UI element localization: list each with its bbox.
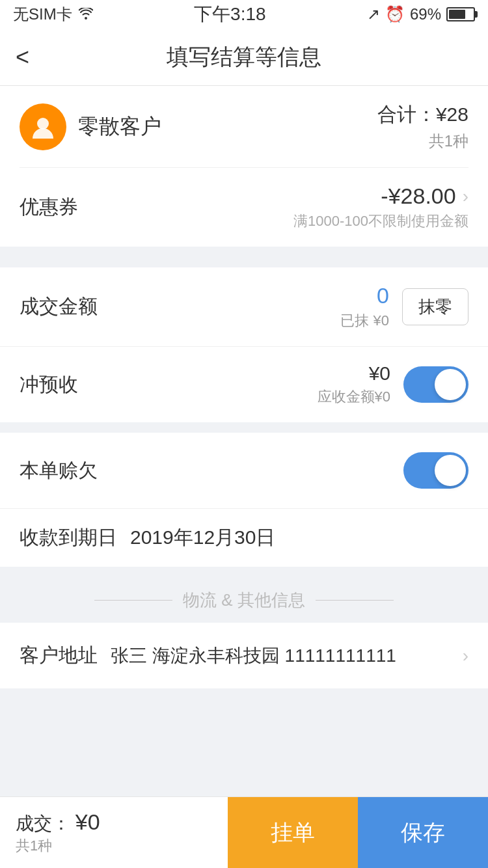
logistics-divider: 物流 & 其他信息 — [0, 577, 488, 623]
round-button[interactable]: 抹零 — [402, 288, 468, 325]
amount-value[interactable]: 0 — [340, 283, 389, 308]
bottom-deal-row: 成交： ¥0 — [16, 809, 212, 836]
coupon-right: -¥28.00 › 满1000-100不限制使用金额 — [293, 183, 468, 231]
customer-avatar — [20, 103, 66, 150]
amount-value-wrap: 0 已抹 ¥0 — [340, 283, 389, 331]
gray-separator-1 — [0, 257, 488, 267]
status-right: ↗ ⏰ 69% — [367, 5, 475, 23]
gray-separator-2 — [0, 422, 488, 433]
amount-sub: 已抹 ¥0 — [340, 311, 389, 331]
hold-button-label: 挂单 — [271, 818, 315, 848]
hold-button[interactable]: 挂单 — [228, 797, 358, 869]
coupon-chevron-icon: › — [463, 186, 468, 207]
prepay-toggle[interactable] — [403, 366, 468, 403]
battery-fill — [449, 10, 465, 19]
address-value: 张三 海淀永丰科技园 11111111111 — [111, 644, 450, 668]
due-date-label: 收款到期日 — [20, 524, 117, 551]
back-button[interactable]: < — [16, 44, 29, 71]
status-bar: 无SIM卡 下午3:18 ↗ ⏰ 69% — [0, 0, 488, 29]
prepay-sub: 应收金额¥0 — [318, 387, 390, 407]
bottom-deal-label: 成交： — [16, 813, 70, 834]
customer-name: 零散客户 — [78, 113, 161, 141]
customer-card: 零散客户 合计：¥28 共1种 优惠券 -¥28.00 › 满1000-100不… — [0, 86, 488, 247]
carrier-text: 无SIM卡 — [13, 4, 72, 25]
due-date-value: 2019年12月30日 — [130, 524, 275, 551]
address-row[interactable]: 客户地址 张三 海淀永丰科技园 11111111111 › — [0, 623, 488, 688]
bottom-count: 共1种 — [16, 836, 212, 856]
prepay-amounts: ¥0 应收金额¥0 — [318, 362, 390, 407]
amount-input-area: 0 已抹 ¥0 抹零 — [340, 283, 468, 331]
save-button-label: 保存 — [401, 818, 445, 848]
coupon-label: 优惠券 — [20, 194, 78, 221]
toggle-knob — [435, 369, 466, 400]
location-icon: ↗ — [367, 5, 380, 23]
transaction-section: 成交金额 0 已抹 ¥0 抹零 冲预收 ¥0 应收金额¥0 — [0, 267, 488, 422]
bottom-deal-amount: ¥0 — [75, 809, 100, 834]
debt-toggle[interactable] — [403, 452, 468, 489]
due-date-content: 收款到期日 2019年12月30日 — [20, 524, 468, 551]
customer-total: 合计：¥28 — [377, 102, 468, 128]
debt-toggle-knob — [435, 455, 466, 486]
transaction-amount-row: 成交金额 0 已抹 ¥0 抹零 — [0, 267, 488, 347]
coupon-amount: -¥28.00 — [381, 183, 455, 209]
battery-percent: 69% — [410, 5, 441, 23]
debt-label: 本单赊欠 — [20, 457, 98, 484]
customer-row: 零散客户 合计：¥28 共1种 — [0, 86, 488, 167]
svg-point-0 — [37, 118, 49, 129]
battery-icon — [446, 7, 475, 21]
coupon-desc: 满1000-100不限制使用金额 — [293, 211, 468, 231]
status-time: 下午3:18 — [194, 2, 266, 27]
address-label: 客户地址 — [20, 642, 98, 669]
coupon-row[interactable]: 优惠券 -¥28.00 › 满1000-100不限制使用金额 — [0, 168, 488, 247]
customer-total-wrap: 合计：¥28 共1种 — [377, 102, 468, 152]
wifi-icon — [79, 5, 93, 23]
debt-row: 本单赊欠 — [0, 433, 488, 508]
prepay-value: ¥0 — [318, 362, 390, 385]
prepay-right: ¥0 应收金额¥0 — [318, 362, 468, 407]
prepay-label: 冲预收 — [20, 372, 78, 398]
content-area: 零散客户 合计：¥28 共1种 优惠券 -¥28.00 › 满1000-100不… — [0, 86, 488, 770]
address-chevron-icon: › — [463, 645, 468, 666]
customer-left: 零散客户 — [20, 103, 161, 150]
nav-bar: < 填写结算等信息 — [0, 29, 488, 86]
prepay-row: 冲预收 ¥0 应收金额¥0 — [0, 347, 488, 422]
save-button[interactable]: 保存 — [358, 797, 488, 869]
customer-count: 共1种 — [377, 131, 468, 152]
logistics-text: 物流 & 其他信息 — [94, 589, 394, 612]
alarm-icon: ⏰ — [385, 5, 405, 23]
bottom-bar: 成交： ¥0 共1种 挂单 保存 — [0, 796, 488, 868]
page-title: 填写结算等信息 — [167, 42, 321, 72]
transaction-label: 成交金额 — [20, 293, 98, 320]
debt-card: 本单赊欠 收款到期日 2019年12月30日 — [0, 433, 488, 567]
bottom-summary: 成交： ¥0 共1种 — [0, 809, 228, 856]
due-date-row: 收款到期日 2019年12月30日 — [0, 508, 488, 567]
status-left: 无SIM卡 — [13, 4, 93, 25]
